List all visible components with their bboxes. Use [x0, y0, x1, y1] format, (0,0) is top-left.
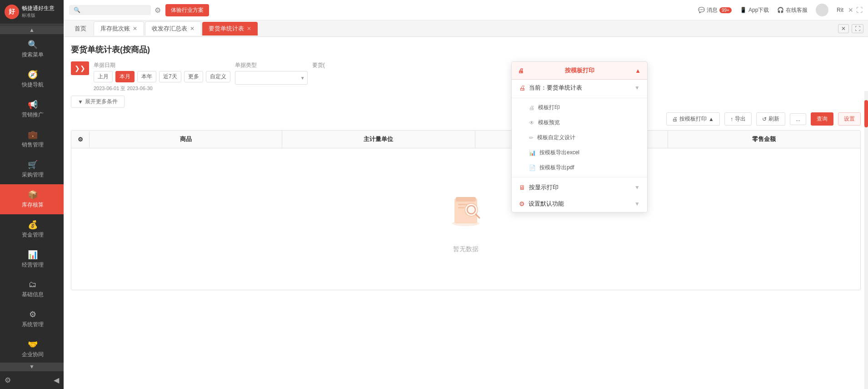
- date-btn-this-year[interactable]: 本年: [137, 71, 156, 82]
- sidebar-item-purchase[interactable]: 🛒 采购管理: [0, 154, 64, 184]
- sidebar-bottom: ⚙ ◀: [0, 371, 64, 389]
- app-version: 标准版: [22, 12, 55, 19]
- date-btn-last-7-days[interactable]: 近7天: [159, 71, 181, 82]
- sidebar: 好 畅捷通好生意 标准版 ▲ 🔍 搜索菜单 🧭 快捷导航 📢 营销推广 💼 销售…: [0, 0, 64, 389]
- tab-inventory-batch-close[interactable]: ✕: [133, 25, 137, 32]
- type-select[interactable]: [235, 71, 308, 85]
- template-print-label: 按模板打印: [679, 115, 707, 123]
- template-print-btn[interactable]: 🖨 按模板打印 ▲: [666, 112, 720, 126]
- more-icon: ...: [796, 116, 800, 122]
- dropdown-expand-icon[interactable]: ▲: [635, 67, 641, 74]
- topbar: 🔍 ⚙ 体验行业方案 💬 消息 99+ 📱 App下载 🎧 在线客服 Rit ✕…: [64, 0, 868, 20]
- search-icon: 🔍: [74, 7, 80, 13]
- dropdown-item-export-pdf[interactable]: 📄 按模板导出pdf: [512, 160, 647, 175]
- dropdown-current-label: 当前：要货单统计表: [529, 84, 582, 92]
- date-options-row: 上月 本月 本年 近7天 更多 自定义: [94, 71, 230, 82]
- page-title: 要货单统计表(按商品): [71, 44, 861, 55]
- svg-rect-2: [456, 197, 476, 202]
- settings-bottom-icon[interactable]: ⚙: [5, 376, 11, 384]
- finance-icon: 💰: [28, 220, 38, 230]
- date-btn-this-month[interactable]: 本月: [115, 71, 135, 82]
- date-filter-group: 单据日期 上月 本月 本年 近7天 更多 自定义 2023-06-01 至 20…: [94, 61, 230, 92]
- tab-requisition-stats-close[interactable]: ✕: [247, 25, 251, 32]
- topbar-gear-icon[interactable]: ⚙: [155, 6, 161, 15]
- right-edge-scrollbar-thumb[interactable]: [864, 100, 868, 127]
- dropdown-item-template-design[interactable]: ✏ 模板自定义设计: [512, 130, 647, 145]
- tabs-bar: 首页 库存批次账 ✕ 收发存汇总表 ✕ 要货单统计表 ✕ ✕ ⛶: [64, 20, 868, 37]
- sidebar-item-label: 企业协同: [22, 351, 44, 359]
- sidebar-item-inventory[interactable]: 📦 库存核算: [0, 184, 64, 214]
- user-avatar[interactable]: [816, 4, 828, 16]
- sales-icon: 💼: [28, 130, 38, 140]
- col-retail-amount: 零售金额: [668, 131, 860, 148]
- sidebar-item-enterprise[interactable]: 🤝 企业协同: [0, 334, 64, 363]
- date-btn-more[interactable]: 更多: [184, 71, 203, 82]
- date-range-display: 2023-06-01 至 2023-06-30: [94, 85, 230, 92]
- tab-receipt-summary-close[interactable]: ✕: [190, 25, 195, 32]
- expand-more-btn[interactable]: ▼ 展开更多条件: [71, 96, 125, 108]
- window-close-btn[interactable]: ✕: [848, 6, 853, 14]
- operation-icon: 📊: [28, 250, 38, 260]
- sidebar-item-marketing[interactable]: 📢 营销推广: [0, 94, 64, 124]
- sidebar-item-finance[interactable]: 💰 资金管理: [0, 214, 64, 244]
- template-print-sub-icon: 🖨: [529, 105, 534, 111]
- more-btn[interactable]: ...: [790, 113, 806, 125]
- filter-bar: ❯❯ 单据日期 上月 本月 本年 近7天 更多 自定义 2023-06-01 至…: [71, 61, 861, 92]
- dropdown-display-print[interactable]: 🖥 按显示打印 ▼: [512, 179, 647, 196]
- dropdown-current-item[interactable]: 🖨 当前：要货单统计表 ▼: [512, 80, 647, 96]
- sidebar-item-system[interactable]: ⚙ 系统管理: [0, 304, 64, 334]
- tab-inventory-batch[interactable]: 库存批次账 ✕: [94, 21, 144, 35]
- settings-btn[interactable]: 设置: [838, 112, 861, 126]
- message-icon: 💬: [698, 7, 705, 13]
- right-edge-scrollbar[interactable]: [864, 91, 868, 389]
- sidebar-item-label: 采购管理: [22, 171, 44, 179]
- tab-receipt-summary[interactable]: 收发存汇总表 ✕: [145, 21, 201, 35]
- tab-home-label: 首页: [75, 25, 86, 33]
- refresh-btn[interactable]: ↺ 刷新: [756, 112, 785, 126]
- app-download-label: App下载: [748, 6, 769, 14]
- dropdown-item-template-preview[interactable]: 👁 模板预览: [512, 115, 647, 130]
- online-support-btn[interactable]: 🎧 在线客服: [777, 6, 808, 14]
- default-settings-label: 设置默认功能: [529, 200, 564, 208]
- col-settings[interactable]: ⚙: [71, 131, 90, 147]
- query-btn[interactable]: 查询: [811, 112, 833, 126]
- app-name: 畅捷通好生意: [22, 5, 55, 12]
- sidebar-item-sales[interactable]: 💼 销售管理: [0, 124, 64, 154]
- printer-icon: 🖨: [672, 116, 678, 122]
- sidebar-item-operation[interactable]: 📊 经营管理: [0, 244, 64, 274]
- sidebar-item-label: 库存核算: [22, 201, 44, 209]
- sidebar-scroll-up[interactable]: ▲: [0, 26, 64, 34]
- filter-toggle-btn[interactable]: ❯❯: [71, 61, 89, 75]
- window-maximize-btn[interactable]: ⛶: [856, 6, 863, 14]
- filter-more-row: ▼ 展开更多条件: [71, 96, 861, 108]
- trial-btn[interactable]: 体验行业方案: [165, 4, 209, 16]
- dropdown-divider-2: [512, 177, 647, 177]
- dropdown-item-export-excel[interactable]: 📊 按模板导出excel: [512, 145, 647, 160]
- collapse-icon[interactable]: ◀: [54, 376, 59, 384]
- dropdown-item-template-print[interactable]: 🖨 模板打印: [512, 100, 647, 115]
- sidebar-item-label: 系统管理: [22, 321, 44, 328]
- export-icon: ↑: [730, 116, 733, 122]
- messages-btn[interactable]: 💬 消息 99+: [698, 6, 732, 14]
- topbar-search-box[interactable]: 🔍: [69, 5, 151, 15]
- expand-btn[interactable]: ⛶: [852, 24, 863, 33]
- dropdown-default-settings[interactable]: ⚙ 设置默认功能 ▼: [512, 196, 647, 212]
- tab-home[interactable]: 首页: [68, 22, 93, 35]
- sidebar-item-basic[interactable]: 🗂 基础信息: [0, 274, 64, 304]
- close-all-btn[interactable]: ✕: [838, 24, 849, 33]
- type-select-wrap: ▼: [235, 71, 308, 85]
- tab-requisition-stats[interactable]: 要货单统计表 ✕: [202, 22, 258, 35]
- sidebar-item-quicknav[interactable]: 🧭 快捷导航: [0, 64, 64, 94]
- date-btn-last-month[interactable]: 上月: [94, 71, 113, 82]
- sidebar-item-label: 搜索菜单: [22, 51, 44, 59]
- app-download-btn[interactable]: 📱 App下载: [740, 6, 769, 14]
- current-item-arrow-icon: ▼: [634, 85, 640, 91]
- export-btn[interactable]: ↑ 导出: [724, 112, 752, 126]
- sidebar-scroll-down[interactable]: ▼: [0, 363, 64, 371]
- type-filter-label: 单据类型: [235, 61, 308, 69]
- quicknav-icon: 🧭: [28, 70, 38, 80]
- refresh-label: 刷新: [768, 115, 779, 123]
- sidebar-item-search[interactable]: 🔍 搜索菜单: [0, 34, 64, 64]
- sidebar-item-label: 资金管理: [22, 231, 44, 239]
- date-btn-custom[interactable]: 自定义: [206, 71, 230, 82]
